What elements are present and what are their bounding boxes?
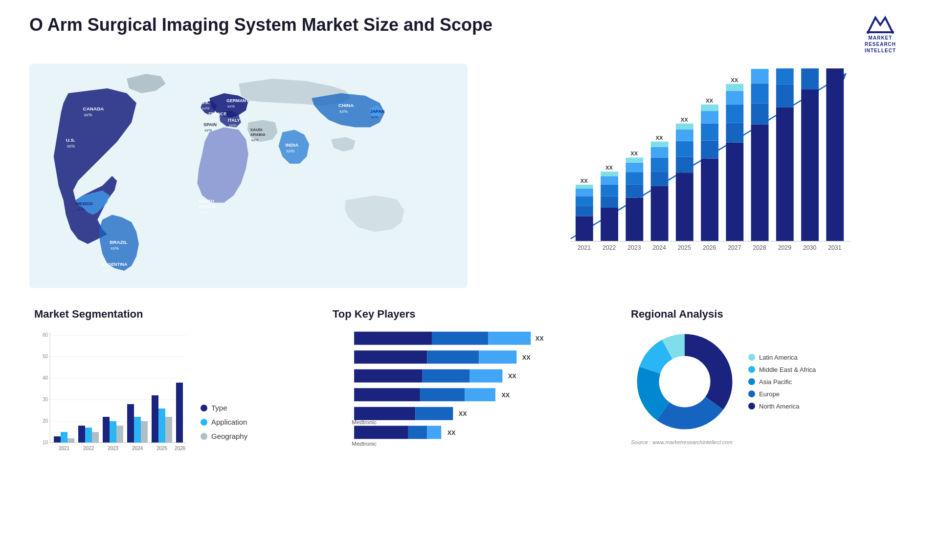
legend-dot-mea [748,366,755,373]
svg-rect-64 [676,141,693,157]
legend-asia-label: Asia Pacific [759,378,792,386]
legend-latin-america: Latin America [748,354,816,361]
svg-rect-121 [78,426,85,443]
svg-rect-130 [152,395,158,443]
svg-rect-65 [676,129,693,141]
svg-rect-158 [354,407,415,420]
svg-rect-69 [701,141,718,159]
legend-type-label: Type [211,404,227,412]
legend-application: Application [201,418,247,426]
svg-rect-120 [67,438,74,443]
svg-text:50: 50 [43,354,48,359]
header: O Arm Surgical Imaging System Market Siz… [29,15,910,54]
svg-text:2023: 2023 [108,446,119,451]
legend-north-america: North America [748,403,816,410]
page-container: O Arm Surgical Imaging System Market Siz… [0,0,939,560]
svg-rect-85 [776,108,794,241]
svg-rect-128 [134,417,141,443]
svg-text:30: 30 [43,397,48,402]
svg-text:2021: 2021 [577,244,590,251]
svg-rect-126 [116,426,123,443]
legend-dot-northam [748,403,755,409]
source-text: Source : www.marketresearchintellect.com [631,439,905,445]
regional-content: Latin America Middle East & Africa Asia … [631,328,905,435]
svg-text:MEXICO: MEXICO [76,201,93,206]
svg-rect-40 [576,196,593,206]
svg-text:2025: 2025 [677,244,691,251]
segmentation-title: Market Segmentation [34,308,308,321]
svg-text:xx%: xx% [84,112,92,117]
svg-text:40: 40 [43,375,48,381]
page-title: O Arm Surgical Imaging System Market Siz… [29,15,492,35]
svg-text:20: 20 [43,418,48,424]
svg-rect-86 [776,85,794,108]
legend-dot-type [201,405,207,411]
svg-rect-59 [650,147,668,158]
svg-text:2026: 2026 [703,244,716,251]
svg-point-172 [660,357,709,406]
svg-rect-38 [576,216,593,241]
svg-text:xx%: xx% [251,138,259,142]
players-container: Top Key Players XX XX XX [328,303,611,469]
svg-rect-47 [601,176,618,184]
bottom-section: Market Segmentation 60 50 40 30 20 10 [29,303,910,469]
svg-rect-70 [701,124,718,141]
svg-text:xx%: xx% [111,246,119,251]
svg-rect-156 [465,388,495,401]
svg-text:ARGENTINA: ARGENTINA [101,262,128,267]
svg-text:XX: XX [459,410,467,417]
svg-rect-90 [801,68,819,89]
svg-text:XX: XX [731,77,738,83]
svg-text:xx%: xx% [229,123,236,128]
svg-rect-119 [61,432,67,443]
seg-content: 60 50 40 30 20 10 [34,328,308,455]
svg-marker-0 [868,18,893,32]
legend-dot-asia [748,378,755,385]
regional-title: Regional Analysis [631,308,905,321]
svg-rect-152 [470,369,502,383]
svg-text:2028: 2028 [753,244,766,251]
svg-rect-52 [626,172,643,185]
svg-text:Medtronic: Medtronic [352,441,377,447]
svg-text:SOUTH: SOUTH [199,199,214,204]
svg-rect-58 [650,157,668,172]
svg-rect-154 [354,388,420,401]
svg-text:2027: 2027 [728,244,741,251]
segmentation-container: Market Segmentation 60 50 40 30 20 10 [29,303,313,469]
svg-rect-148 [479,350,516,364]
svg-rect-54 [626,157,643,162]
svg-text:2022: 2022 [603,244,616,251]
svg-text:10: 10 [43,440,48,445]
svg-rect-147 [427,350,479,364]
svg-text:XX: XX [536,335,544,342]
logo-text: MARKETRESEARCHINTELLECT [865,35,896,54]
legend-europe-label: Europe [759,390,780,398]
legend-mea: Middle East & Africa [748,366,816,373]
svg-text:SPAIN: SPAIN [203,122,217,127]
svg-rect-132 [165,417,172,443]
svg-rect-75 [726,123,743,143]
svg-rect-164 [427,426,441,439]
svg-text:2024: 2024 [132,446,143,451]
svg-rect-125 [110,421,116,443]
svg-rect-150 [354,369,423,383]
donut-svg [631,328,738,435]
svg-text:Medtronic: Medtronic [352,419,377,425]
svg-text:2024: 2024 [652,244,666,251]
bar-chart-container: XX XX XX [477,64,910,288]
svg-text:AFRICA: AFRICA [199,204,215,209]
svg-text:XX: XX [447,430,456,436]
svg-text:xx%: xx% [209,117,217,122]
svg-rect-159 [415,407,453,420]
map-container: CANADA xx% U.S. xx% MEXICO xx% BRAZIL xx… [29,64,468,288]
logo-icon [866,15,895,35]
regional-legend: Latin America Middle East & Africa Asia … [748,354,816,410]
legend-geography-label: Geography [211,432,247,440]
svg-text:xx%: xx% [204,128,212,132]
svg-rect-42 [576,185,593,189]
legend-asia-pacific: Asia Pacific [748,378,816,386]
svg-rect-80 [751,125,768,241]
legend-geography: Geography [201,432,247,440]
svg-rect-89 [801,89,819,241]
svg-text:2025: 2025 [156,446,168,451]
